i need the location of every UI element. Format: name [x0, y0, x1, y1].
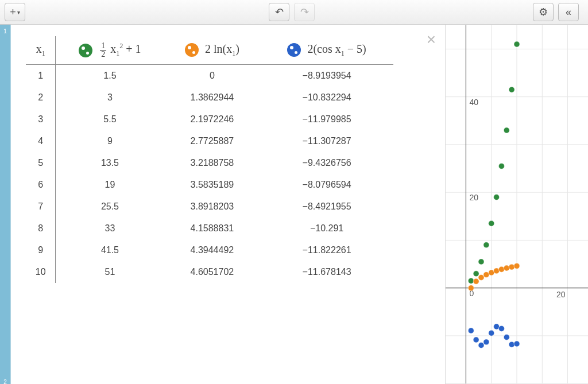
table-cell[interactable]: 41.5	[56, 239, 164, 261]
table-cell[interactable]: 9	[56, 130, 164, 152]
svg-point-46	[494, 324, 500, 329]
table-cell[interactable]: −9.4326756	[260, 152, 393, 174]
table-cell[interactable]: 25.5	[56, 196, 164, 218]
col-header-x[interactable]: x1	[26, 36, 56, 65]
table-cell[interactable]: 4.3944492	[164, 239, 261, 261]
table-cell[interactable]: 33	[56, 218, 164, 239]
main: 1 2 × x1 12 x12 + 1	[0, 25, 588, 384]
svg-point-43	[478, 342, 484, 348]
close-icon[interactable]: ×	[427, 30, 436, 49]
table-cell[interactable]: 3.2188758	[164, 152, 261, 174]
svg-point-24	[483, 242, 489, 248]
expression-index-strip: 1 2	[0, 25, 11, 384]
table-row: 492.7725887−11.307287	[26, 130, 393, 152]
table-cell[interactable]: 2	[26, 87, 56, 108]
table-cell[interactable]: 3.5835189	[164, 174, 261, 196]
svg-point-34	[483, 272, 489, 278]
table-cell[interactable]: −11.822261	[260, 239, 393, 261]
svg-point-50	[514, 341, 520, 347]
table-cell[interactable]: 3.8918203	[164, 196, 261, 218]
svg-point-36	[494, 268, 500, 274]
expression-index[interactable]: 1	[0, 28, 10, 34]
data-table: x1 12 x12 + 1 2 ln(x1) 2(cos x1 − 5	[26, 36, 393, 283]
series-color-icon[interactable]	[185, 43, 199, 57]
col-header-expr: 2(cos x1 − 5)	[307, 42, 366, 55]
undo-button[interactable]: ↶	[269, 3, 289, 21]
table-cell[interactable]: 1	[26, 65, 56, 87]
add-button[interactable]: + ▾	[5, 3, 25, 21]
table-cell[interactable]: 13.5	[56, 152, 164, 174]
svg-point-32	[473, 278, 479, 284]
table-cell[interactable]: 5.5	[56, 108, 164, 130]
table-cell[interactable]: 4	[26, 130, 56, 152]
table-cell[interactable]: −8.4921955	[260, 196, 393, 218]
table-cell[interactable]: 10	[26, 261, 56, 283]
toolbar: + ▾ ↶ ↷ ⚙ «	[0, 0, 588, 25]
svg-point-35	[489, 270, 494, 276]
table-cell[interactable]: 6	[26, 174, 56, 196]
table-cell[interactable]: −8.0796594	[260, 174, 393, 196]
svg-point-29	[509, 87, 514, 92]
table-cell[interactable]: −8.9193954	[260, 65, 393, 87]
table-panel: × x1 12 x12 + 1 2 ln(x1)	[11, 25, 445, 384]
svg-point-25	[489, 220, 494, 226]
table-cell[interactable]: −11.979985	[260, 108, 393, 130]
col-header-series[interactable]: 12 x12 + 1	[56, 36, 164, 65]
graph-area[interactable]: 4020020	[446, 25, 588, 384]
col-header-series[interactable]: 2 ln(x1)	[164, 36, 261, 65]
table-row: 231.3862944−10.832294	[26, 87, 393, 108]
col-header-series[interactable]: 2(cos x1 − 5)	[260, 36, 393, 65]
chevron-left-icon: «	[566, 6, 571, 18]
svg-point-47	[498, 325, 504, 331]
col-header-expr: 12 x12 + 1	[99, 42, 141, 55]
table-cell[interactable]: 19	[56, 174, 164, 196]
svg-point-27	[498, 163, 504, 169]
settings-button[interactable]: ⚙	[533, 3, 554, 21]
dropdown-caret-icon: ▾	[17, 9, 20, 15]
svg-point-48	[504, 334, 509, 340]
svg-point-22	[473, 271, 479, 277]
table-cell[interactable]: 3	[56, 87, 164, 108]
table-row: 725.53.8918203−8.4921955	[26, 196, 393, 218]
table-cell[interactable]: −11.678143	[260, 261, 393, 283]
table-cell[interactable]: 1.3862944	[164, 87, 261, 108]
col-header-expr: 2 ln(x1)	[205, 42, 239, 55]
series-color-icon[interactable]	[287, 43, 301, 57]
table-cell[interactable]: 1.5	[56, 65, 164, 87]
table-row: 513.53.2188758−9.4326756	[26, 152, 393, 174]
plot-svg: 4020020	[446, 25, 588, 384]
table-row: 35.52.1972246−11.979985	[26, 108, 393, 130]
undo-icon: ↶	[275, 6, 284, 18]
table-cell[interactable]: −11.307287	[260, 130, 393, 152]
redo-button[interactable]: ↷	[294, 3, 315, 21]
expression-index[interactable]: 2	[0, 379, 10, 384]
svg-point-23	[478, 259, 484, 265]
svg-point-31	[468, 285, 474, 291]
table-cell[interactable]: 51	[56, 261, 164, 283]
table-header-row: x1 12 x12 + 1 2 ln(x1) 2(cos x1 − 5	[26, 36, 393, 65]
svg-point-49	[509, 342, 514, 347]
svg-text:20: 20	[469, 193, 478, 202]
svg-point-30	[514, 41, 520, 47]
table-cell[interactable]: 2.1972246	[164, 108, 261, 130]
table-cell[interactable]: 8	[26, 218, 56, 239]
table-cell[interactable]: −10.832294	[260, 87, 393, 108]
plus-icon: +	[10, 6, 16, 18]
table-cell[interactable]: 4.6051702	[164, 261, 261, 283]
table-cell[interactable]: −10.291	[260, 218, 393, 239]
series-color-icon[interactable]	[79, 44, 92, 57]
svg-point-21	[468, 278, 474, 284]
svg-point-28	[504, 127, 509, 133]
table-cell[interactable]: 7	[26, 196, 56, 218]
svg-point-33	[478, 274, 484, 280]
table-cell[interactable]: 0	[164, 65, 261, 87]
table-cell[interactable]: 2.7725887	[164, 130, 261, 152]
table-row: 8334.1588831−10.291	[26, 218, 393, 239]
svg-point-41	[468, 328, 474, 333]
table-cell[interactable]: 3	[26, 108, 56, 130]
table-cell[interactable]: 5	[26, 152, 56, 174]
table-cell[interactable]: 4.1588831	[164, 218, 261, 239]
collapse-button[interactable]: «	[558, 3, 579, 21]
table-cell[interactable]: 9	[26, 239, 56, 261]
redo-icon: ↷	[300, 6, 309, 18]
